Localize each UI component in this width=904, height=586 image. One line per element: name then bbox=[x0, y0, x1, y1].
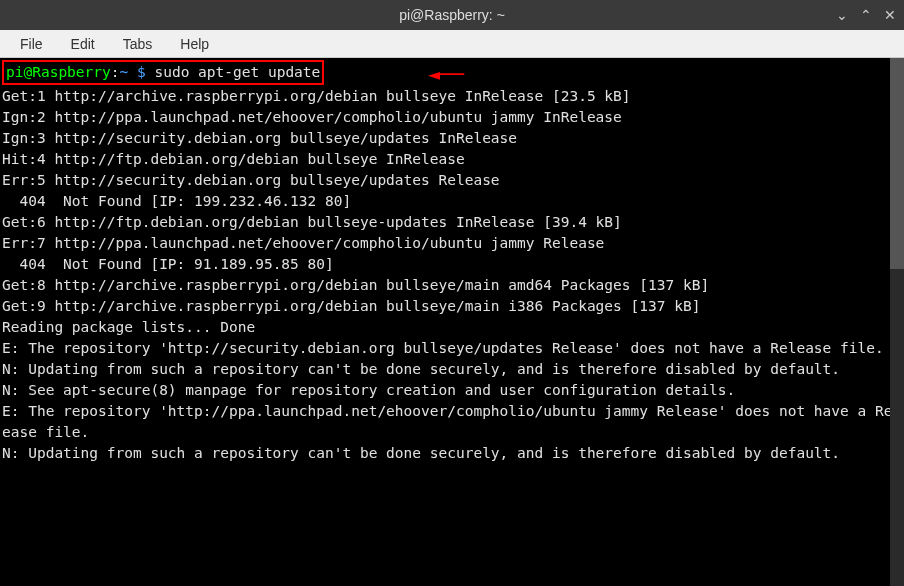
titlebar-controls: ⌄ ⌃ ✕ bbox=[836, 7, 896, 23]
menu-tabs[interactable]: Tabs bbox=[111, 32, 165, 56]
output-line: Get:9 http://archive.raspberrypi.org/deb… bbox=[2, 296, 902, 317]
menu-help[interactable]: Help bbox=[168, 32, 221, 56]
output-line: E: The repository 'http://ppa.launchpad.… bbox=[2, 401, 902, 443]
output-line: Err:7 http://ppa.launchpad.net/ehoover/c… bbox=[2, 233, 902, 254]
menu-file[interactable]: File bbox=[8, 32, 55, 56]
minimize-icon[interactable]: ⌄ bbox=[836, 7, 848, 23]
menubar: File Edit Tabs Help bbox=[0, 30, 904, 58]
output-line: Ign:3 http://security.debian.org bullsey… bbox=[2, 128, 902, 149]
terminal-content[interactable]: pi@Raspberry:~ $ sudo apt-get update ◄──… bbox=[0, 58, 904, 586]
output-line: Get:6 http://ftp.debian.org/debian bulls… bbox=[2, 212, 902, 233]
prompt-highlight-box: pi@Raspberry:~ $ sudo apt-get update bbox=[2, 60, 324, 85]
window-title: pi@Raspberry: ~ bbox=[399, 7, 505, 23]
command-text: sudo apt-get update bbox=[154, 64, 320, 80]
prompt-user-host: pi@Raspberry bbox=[6, 64, 111, 80]
scrollbar[interactable] bbox=[890, 58, 904, 586]
output-line: 404 Not Found [IP: 91.189.95.85 80] bbox=[2, 254, 902, 275]
output-line: 404 Not Found [IP: 199.232.46.132 80] bbox=[2, 191, 902, 212]
output-line: Err:5 http://security.debian.org bullsey… bbox=[2, 170, 902, 191]
output-line: Reading package lists... Done bbox=[2, 317, 902, 338]
output-line: Get:8 http://archive.raspberrypi.org/deb… bbox=[2, 275, 902, 296]
arrow-annotation-icon: ◄── bbox=[428, 60, 464, 89]
scrollbar-thumb[interactable] bbox=[890, 58, 904, 269]
prompt-path: ~ bbox=[120, 64, 129, 80]
terminal-window: pi@Raspberry: ~ ⌄ ⌃ ✕ File Edit Tabs Hel… bbox=[0, 0, 904, 586]
output-line: N: See apt-secure(8) manpage for reposit… bbox=[2, 380, 902, 401]
output-line: Ign:2 http://ppa.launchpad.net/ehoover/c… bbox=[2, 107, 902, 128]
prompt-dollar: $ bbox=[128, 64, 154, 80]
output-line: Get:1 http://archive.raspberrypi.org/deb… bbox=[2, 86, 902, 107]
output-line: Hit:4 http://ftp.debian.org/debian bulls… bbox=[2, 149, 902, 170]
maximize-icon[interactable]: ⌃ bbox=[860, 7, 872, 23]
output-line: N: Updating from such a repository can't… bbox=[2, 443, 902, 464]
close-icon[interactable]: ✕ bbox=[884, 7, 896, 23]
titlebar[interactable]: pi@Raspberry: ~ ⌄ ⌃ ✕ bbox=[0, 0, 904, 30]
prompt-colon: : bbox=[111, 64, 120, 80]
output-line: N: Updating from such a repository can't… bbox=[2, 359, 902, 380]
menu-edit[interactable]: Edit bbox=[59, 32, 107, 56]
output-line: E: The repository 'http://security.debia… bbox=[2, 338, 902, 359]
